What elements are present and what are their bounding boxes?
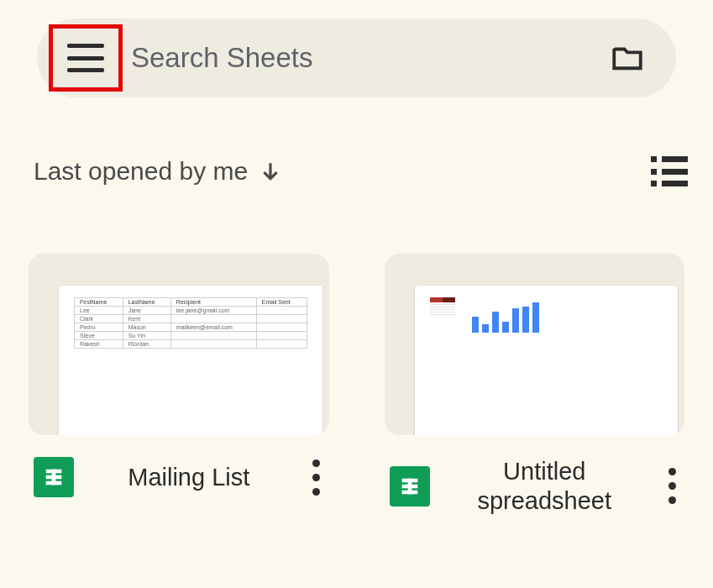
sheets-app-icon [34,457,74,497]
sort-label: Last opened by me [34,157,248,186]
file-thumbnail [385,254,685,435]
file-thumbnail: FirstNameLastNameRecipientEmail SentLeeJ… [29,254,329,435]
search-bar [37,18,676,97]
hamburger-menu-icon[interactable] [67,44,104,72]
file-title: Mailing List [86,463,292,492]
arrow-down-icon [260,160,281,182]
search-input[interactable] [131,42,602,74]
file-card[interactable]: FirstNameLastNameRecipientEmail SentLeeJ… [29,254,329,516]
view-toggle-list[interactable] [651,156,688,186]
files-grid: FirstNameLastNameRecipientEmail SentLeeJ… [0,186,713,516]
more-options-button[interactable] [304,459,329,496]
sheets-app-icon [390,466,430,507]
folder-button[interactable] [602,40,653,76]
file-title: Untitled spreadsheet [442,457,648,516]
menu-button-highlight [49,24,123,92]
folder-icon [606,40,649,76]
more-options-button[interactable] [659,468,684,504]
file-card[interactable]: Untitled spreadsheet [385,254,685,516]
sort-dropdown[interactable]: Last opened by me [34,157,281,186]
